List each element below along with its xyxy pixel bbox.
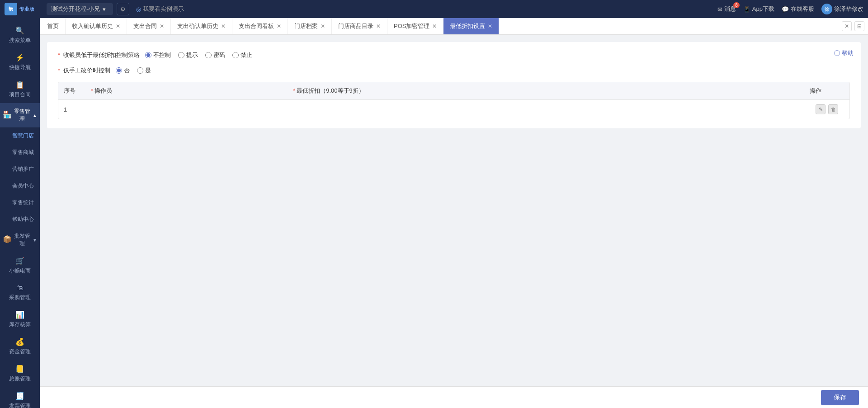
help-label: 帮助 (842, 49, 854, 57)
sidebar-item-wholesale[interactable]: 📦 批发管理 ▼ (0, 228, 40, 252)
radio-no[interactable] (116, 67, 122, 74)
close-current-tab-btn[interactable]: ✕ (842, 21, 852, 31)
discount-table: 序号 *操作员 *最低折扣（9.00等于9折） 操作 (58, 82, 849, 119)
option-forbid[interactable]: 禁止 (232, 51, 252, 59)
tab-store-files-close[interactable]: ✕ (321, 23, 325, 29)
delete-row-btn[interactable]: 🗑 (828, 104, 838, 114)
marketing-label: 营销推广 (12, 165, 34, 173)
lightning-icon: ⚡ (15, 53, 24, 62)
tab-pos-password[interactable]: POS加密管理 ✕ (387, 18, 443, 34)
sidebar-item-project[interactable]: 📋 项目合同 (0, 76, 40, 103)
sidebar-item-purchase[interactable]: 🛍 采购管理 (0, 279, 40, 306)
help-button[interactable]: ⓘ 帮助 (834, 49, 854, 57)
tab-payment-board-close[interactable]: ✕ (277, 23, 281, 29)
tab-pos-password-close[interactable]: ✕ (432, 23, 437, 29)
tab-payment-contract[interactable]: 支出合同 ✕ (127, 18, 171, 34)
tab-pos-password-label: POS加密管理 (394, 22, 429, 30)
cashier-strategy-radio-group: 不控制 提示 密码 禁止 (145, 51, 252, 59)
app-download-btn[interactable]: 📱 App下载 (743, 5, 774, 13)
sidebar-item-retail-stats[interactable]: 零售统计 (0, 194, 40, 211)
tab-payment-confirm-label: 支出确认单历史 (177, 22, 218, 30)
option-no-control[interactable]: 不控制 (145, 51, 171, 59)
tabs-bar-actions: ✕ ⊟ (842, 21, 868, 31)
radio-remind[interactable] (178, 52, 184, 58)
sidebar-item-accounting[interactable]: 📒 总账管理 (0, 360, 40, 387)
sidebar-item-online-store[interactable]: 零售商城 (0, 144, 40, 161)
tab-payment-board[interactable]: 支出合同看板 ✕ (232, 18, 288, 34)
download-icon: 📱 (743, 6, 750, 13)
discount-table-wrapper: 序号 *操作员 *最低折扣（9.00等于9折） 操作 (58, 82, 850, 119)
option-no[interactable]: 否 (116, 66, 130, 75)
sidebar-label-purchase: 采购管理 (9, 294, 31, 301)
tab-home-label: 首页 (47, 22, 59, 30)
project-selector[interactable]: 测试分开花程-小兄 ▾ (47, 3, 113, 15)
sidebar-item-members[interactable]: 会员中心 (0, 178, 40, 194)
sidebar-label-inventory: 库存核算 (9, 321, 31, 328)
message-btn[interactable]: ✉ 消息 8 (717, 5, 736, 13)
edit-row-btn[interactable]: ✎ (816, 104, 826, 114)
user-profile-btn[interactable]: 徐 徐泽华修改 (821, 4, 863, 14)
service-icon: 💬 (782, 6, 789, 13)
topbar-settings-btn[interactable]: ⚙ (117, 3, 129, 15)
tab-min-discount[interactable]: 最低折扣设置 ✕ (443, 18, 499, 34)
radio-no-control[interactable] (145, 52, 151, 58)
option-remind[interactable]: 提示 (178, 51, 198, 59)
cashier-strategy-row: * 收银员低于最低折扣控制策略 不控制 提示 (58, 51, 850, 59)
sidebar-item-finance[interactable]: 💰 资金管理 (0, 333, 40, 360)
sidebar-item-ecommerce[interactable]: 🛒 小畅电商 (0, 252, 40, 279)
sidebar-item-smart-store[interactable]: 智慧门店 (0, 127, 40, 144)
gear-icon: ⚙ (120, 6, 126, 13)
tabs-menu-btn[interactable]: ⊟ (854, 21, 864, 31)
tab-min-discount-close[interactable]: ✕ (488, 23, 492, 29)
save-button[interactable]: 保存 (821, 390, 859, 405)
sidebar-label-wholesale: 批发管理 (14, 232, 31, 248)
tab-income-confirm-close[interactable]: ✕ (116, 23, 120, 29)
col-header-min-discount: *最低折扣（9.00等于9折） (288, 82, 804, 100)
yes-label: 是 (145, 66, 151, 75)
remind-label: 提示 (186, 51, 198, 59)
sidebar-item-invoice[interactable]: 🧾 发票管理 (0, 387, 40, 408)
tab-payment-confirm[interactable]: 支出确认单历史 ✕ (171, 18, 232, 34)
sidebar-item-marketing[interactable]: 营销推广 (0, 161, 40, 178)
play-circle-icon: ◎ (136, 6, 141, 13)
invoice-icon: 🧾 (15, 392, 24, 400)
ecommerce-icon: 🛒 (15, 257, 24, 265)
radio-forbid[interactable] (232, 52, 239, 58)
tab-store-products-label: 门店商品目录 (338, 22, 373, 30)
tab-store-files[interactable]: 门店档案 ✕ (288, 18, 332, 34)
col-header-actions: 操作 (804, 82, 849, 100)
sidebar-label-project: 项目合同 (9, 91, 31, 98)
option-password[interactable]: 密码 (205, 51, 225, 59)
online-service-btn[interactable]: 💬 在线客服 (782, 5, 814, 13)
sidebar-item-help[interactable]: 帮助中心 (0, 211, 40, 228)
page-content: ⓘ 帮助 * 收银员低于最低折扣控制策略 不控制 (40, 35, 868, 386)
tab-payment-contract-close[interactable]: ✕ (160, 23, 164, 29)
tab-payment-confirm-close[interactable]: ✕ (221, 23, 226, 29)
radio-yes[interactable] (137, 67, 143, 74)
radio-password[interactable] (205, 52, 212, 58)
tab-home[interactable]: 首页 (41, 18, 66, 34)
sidebar-item-retail[interactable]: 🏪 零售管理 ▲ (0, 103, 40, 127)
search-icon: 🔍 (15, 26, 24, 35)
manual-price-label: * 仅手工改价时控制 (58, 66, 110, 75)
demo-link[interactable]: ◎ 我要看实例演示 (136, 5, 184, 13)
chevron-up-icon: ▲ (33, 113, 37, 118)
cell-operator (85, 100, 288, 119)
tab-income-confirm[interactable]: 收入确认单历史 ✕ (66, 18, 127, 34)
tab-income-confirm-label: 收入确认单历史 (72, 22, 113, 30)
sidebar-label-retail: 零售管理 (14, 108, 31, 123)
password-label: 密码 (213, 51, 225, 59)
tab-store-products-close[interactable]: ✕ (376, 23, 381, 29)
project-name: 测试分开花程-小兄 (51, 5, 100, 13)
help-circle-icon: ⓘ (834, 49, 840, 57)
online-service-label: 在线客服 (791, 5, 814, 13)
sidebar-item-search[interactable]: 🔍 搜索菜单 (0, 22, 40, 49)
manual-price-row: * 仅手工改价时控制 否 是 (58, 66, 850, 75)
tabs-bar: 首页 收入确认单历史 ✕ 支出合同 ✕ 支出确认单历史 ✕ 支出合同看板 ✕ 门… (40, 18, 868, 35)
tab-store-products[interactable]: 门店商品目录 ✕ (332, 18, 387, 34)
sidebar-item-inventory[interactable]: 📊 库存核算 (0, 306, 40, 333)
cell-actions: ✎ 🗑 (804, 100, 849, 119)
row-actions: ✎ 🗑 (810, 104, 844, 114)
option-yes[interactable]: 是 (137, 66, 151, 75)
sidebar-item-shortcut[interactable]: ⚡ 快捷导航 (0, 49, 40, 76)
